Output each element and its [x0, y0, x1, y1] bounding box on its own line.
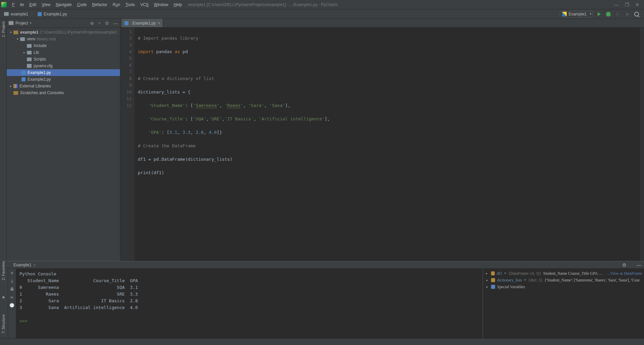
python-file-icon [124, 21, 128, 25]
history-button[interactable]: 🕘 [9, 302, 15, 308]
tree-example2[interactable]: Example2.py [7, 76, 120, 83]
favorites-tool-tab[interactable]: 2: Favorites [1, 260, 5, 281]
toolbar: Example1 ↻ ■ [560, 11, 642, 17]
scroll-to-end-button[interactable]: ⤓ [9, 278, 15, 284]
file-icon [27, 64, 32, 68]
run-with-coverage-button[interactable]: ↻ [614, 11, 621, 17]
project-panel: Project ▾ ⊕ ÷ ⚙ — example1 C:\Users\DELL… [7, 19, 120, 261]
bug-icon [606, 12, 611, 16]
close-tab-icon[interactable]: × [33, 263, 35, 267]
tree-scripts[interactable]: Scripts [7, 56, 120, 63]
editor-right-gutter [640, 28, 644, 261]
expand-icon[interactable] [485, 278, 489, 282]
gear-icon[interactable]: ⚙ [622, 262, 627, 268]
play-icon [598, 12, 601, 16]
close-tab-icon[interactable]: × [158, 21, 160, 26]
editor-body: 123456789101112 # Import pandas library … [120, 28, 644, 261]
tree-root[interactable]: example1 C:\Users\DELL\PycharmProjects\e… [7, 29, 120, 36]
window-title: example1 [C:\Users\DELL\PycharmProjects\… [188, 2, 338, 7]
var-df1[interactable]: df1 = {DataFrame: (4, 3)} Student_Name C… [485, 270, 642, 277]
status-bar [0, 338, 644, 345]
expand-icon[interactable] [485, 285, 489, 289]
gear-icon[interactable]: ⚙ [105, 21, 109, 26]
search-everywhere-button[interactable] [633, 11, 640, 17]
variable-icon [491, 271, 495, 275]
stop-button: ■ [624, 11, 631, 17]
left-tool-stripe: 1: Project [0, 19, 7, 261]
menu-vcs[interactable]: VCS [137, 0, 151, 9]
collapse-icon[interactable]: ÷ [98, 21, 101, 26]
tree-pyvenv[interactable]: pyvenv.cfg [7, 63, 120, 69]
console-output[interactable]: Python Console Student_Name Course_Title… [16, 269, 483, 338]
menu-tools[interactable]: Tools [123, 0, 137, 9]
console-toolbar-2: ≡ ⤓ 🖶 ∞ 🕘 [8, 269, 16, 338]
folder-icon [13, 31, 18, 34]
project-tool-tab[interactable]: 1: Project [1, 20, 5, 38]
star-icon: ★ [2, 295, 5, 300]
hide-icon[interactable]: — [113, 21, 118, 26]
breadcrumb-project[interactable]: example1 [2, 12, 30, 16]
tree-example1[interactable]: Example1.py [7, 69, 120, 76]
toggle-soft-wrap-button[interactable]: ≡ [9, 270, 15, 276]
folder-icon [27, 58, 32, 61]
minimize-icon[interactable]: — [614, 0, 619, 9]
chevron-down-icon[interactable]: ▾ [30, 22, 31, 25]
locate-icon[interactable]: ⊕ [90, 21, 94, 26]
tool-window: Example1 × ⚙ — ↻ 🐞 ⚙ ≡ ⤓ 🖶 ∞ 🕘 Python Co… [0, 261, 644, 338]
python-icon [562, 12, 567, 16]
search-icon [634, 12, 639, 16]
menu-window[interactable]: Window [151, 0, 171, 9]
tool-tab-example1[interactable]: Example1 × [10, 261, 39, 269]
scratches-icon [13, 91, 18, 95]
var-special[interactable]: Special Variables [485, 283, 642, 290]
menu-file[interactable]: File [9, 0, 27, 9]
python-file-icon [38, 12, 42, 16]
window-controls: — ❐ ✕ [614, 0, 643, 9]
close-icon[interactable]: ✕ [635, 0, 639, 9]
tree-external-libraries[interactable]: External Libraries [7, 83, 120, 89]
project-panel-toolbar: ⊕ ÷ ⚙ — [90, 21, 118, 26]
tool-window-tabs: Example1 × ⚙ — [0, 261, 644, 269]
structure-tool-tab[interactable]: 7: Structure [1, 313, 5, 335]
menu-edit[interactable]: Edit [27, 0, 39, 9]
folder-icon [4, 12, 9, 16]
menu-bar: File Edit View Navigate Code Refactor Ru… [9, 0, 185, 9]
maximize-icon[interactable]: ❐ [625, 0, 629, 9]
run-button[interactable] [596, 11, 602, 17]
menu-refactor[interactable]: Refactor [89, 0, 110, 9]
hide-icon[interactable]: — [637, 262, 641, 268]
folder-icon [27, 44, 32, 48]
run-config-selector[interactable]: Example1 [560, 11, 593, 17]
expand-icon[interactable] [8, 31, 13, 34]
project-panel-title: Project [15, 21, 28, 26]
print-button[interactable]: 🖶 [9, 286, 15, 292]
tree-lib[interactable]: Lib [7, 49, 120, 56]
code-editor[interactable]: # Import pandas library import pandas as… [134, 28, 640, 261]
editor-area: Example1.py × 123456789101112 # Import p… [120, 19, 644, 261]
tree-include[interactable]: Include [7, 42, 120, 49]
expand-icon[interactable] [15, 37, 20, 41]
menu-code[interactable]: Code [74, 0, 89, 9]
tree-scratches[interactable]: Scratches and Consoles [7, 89, 120, 96]
expand-icon[interactable] [22, 51, 27, 54]
expand-icon[interactable] [485, 272, 489, 275]
expand-icon[interactable] [8, 84, 13, 88]
menu-navigate[interactable]: Navigate [53, 0, 74, 9]
variables-panel: df1 = {DataFrame: (4, 3)} Student_Name C… [483, 269, 644, 338]
debug-button[interactable] [605, 11, 612, 17]
var-dictionary-lists[interactable]: dictionary_lists = {dict: 3} {'Student_N… [485, 277, 642, 283]
menu-run[interactable]: Run [110, 0, 123, 9]
project-icon [9, 21, 13, 25]
tree-venv[interactable]: venv library root [7, 36, 120, 42]
editor-tabs: Example1.py × [120, 19, 644, 28]
folder-icon [20, 37, 25, 41]
editor-tab-example1[interactable]: Example1.py × [122, 19, 163, 27]
coverage-icon: ↻ [616, 11, 620, 17]
menu-help[interactable]: Help [171, 0, 185, 9]
view-as-dataframe-link[interactable]: ...View as DataFrame [607, 271, 642, 276]
menu-view[interactable]: View [39, 0, 53, 9]
show-vars-button[interactable]: ∞ [9, 294, 15, 300]
pycharm-logo-icon [1, 2, 7, 7]
breadcrumb-file[interactable]: Example1.py [36, 12, 69, 16]
line-gutter: 123456789101112 [120, 28, 134, 261]
